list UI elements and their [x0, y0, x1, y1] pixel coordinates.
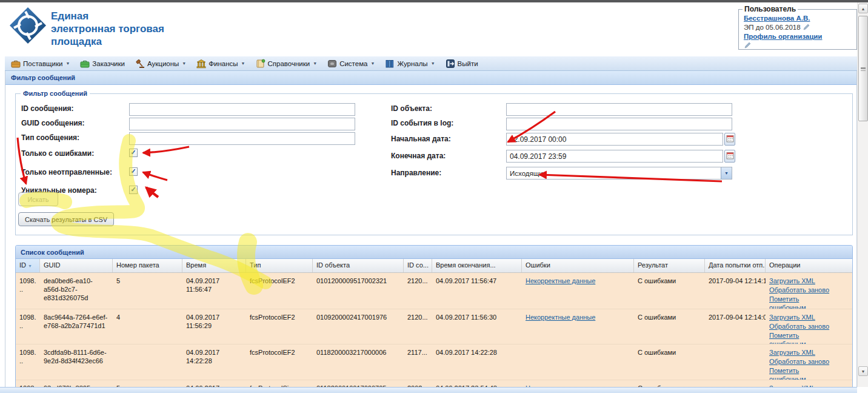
- column-header-end-time[interactable]: Время окончания...: [432, 259, 522, 272]
- org-profile-link[interactable]: Профиль организации: [744, 33, 822, 40]
- cell-type: fcsProtocolEF2: [250, 314, 295, 321]
- cell-result: С ошибками: [638, 314, 676, 321]
- menu-item-directories[interactable]: Справочники ▼: [256, 59, 318, 69]
- cell-end-time: 04.09.2017 14:22:28: [436, 349, 497, 356]
- mark-erroneous-link[interactable]: Пометить ошибочным: [769, 295, 836, 309]
- reprocess-link[interactable]: Обработать заново: [769, 357, 836, 366]
- cell-packet: 5: [116, 277, 120, 284]
- check-icon: ✓: [130, 186, 136, 193]
- message-type-input[interactable]: [129, 132, 355, 145]
- table-row[interactable]: 1098... dea0bed6-ea10-a56d-b2c7-e831d326…: [16, 273, 852, 309]
- only-unsent-label: Только неотправленные:: [21, 168, 112, 176]
- system-icon: [327, 59, 337, 69]
- menu-item-label: Поставщики: [23, 60, 62, 67]
- mark-erroneous-link[interactable]: Пометить ошибочным: [769, 366, 836, 380]
- cell-time: 04.09.2017 11:56:29: [186, 314, 219, 329]
- logo-diamond-icon: [8, 6, 47, 45]
- column-header-attempt-date[interactable]: Дата попытки отп...: [705, 259, 766, 272]
- app-title-line3: площадка: [51, 35, 164, 48]
- load-xml-link[interactable]: Загрузить XML: [769, 313, 836, 321]
- sort-desc-icon: ▼: [28, 264, 32, 268]
- column-header-object-id[interactable]: ID объекта: [313, 259, 404, 272]
- menu-item-customers[interactable]: Заказчики: [80, 59, 125, 69]
- mark-erroneous-link[interactable]: Пометить ошибочным: [769, 331, 836, 344]
- bottom-scroll-strip[interactable]: [0, 387, 857, 393]
- search-button[interactable]: Искать: [18, 192, 58, 206]
- start-date-input[interactable]: [506, 133, 723, 146]
- menu-item-suppliers[interactable]: Поставщики ▼: [11, 59, 70, 69]
- errors-link[interactable]: Некорректные данные: [526, 314, 595, 321]
- end-date-input[interactable]: [506, 150, 723, 163]
- scroll-up-button[interactable]: ▲: [858, 4, 868, 13]
- app-title-line2: электронная торговая: [51, 22, 164, 35]
- book-icon: [256, 59, 265, 69]
- exit-icon: [446, 59, 455, 69]
- edit-pencil-icon[interactable]: [744, 42, 751, 49]
- message-guid-input[interactable]: [129, 118, 355, 130]
- object-id-input[interactable]: [506, 103, 732, 116]
- cell-packet: 4: [116, 314, 120, 321]
- menu-item-label: Заказчики: [92, 60, 125, 67]
- start-date-calendar-button[interactable]: [724, 133, 735, 146]
- vertical-scrollbar[interactable]: ▲ ▼: [857, 2, 868, 387]
- message-id-input[interactable]: [129, 103, 355, 116]
- unique-numbers-checkbox[interactable]: ✓: [129, 186, 138, 194]
- column-header-packet[interactable]: Номер пакета: [113, 259, 182, 272]
- user-panel: Пользователь Бесстрашнова А.В. ЭП до 05.…: [738, 5, 857, 50]
- errors-link[interactable]: Некорректные данные: [526, 277, 595, 284]
- log-event-id-input[interactable]: [506, 118, 732, 130]
- user-name-link[interactable]: Бесстрашнова А.В.: [744, 15, 810, 22]
- direction-dropdown-button[interactable]: ▼: [721, 167, 732, 179]
- start-date-label: Начальная дата:: [391, 135, 451, 143]
- cell-attempt-date: 2017-09-04 12:14:09: [709, 314, 766, 321]
- content-frame-left: [5, 71, 5, 387]
- csv-download-button[interactable]: Скачать результаты в CSV: [18, 212, 114, 226]
- table-row[interactable]: 1098... 8ac9644a-7264-e6ef-e768-a2b2a774…: [16, 309, 852, 344]
- cell-object-id: 0109200002417001976: [316, 314, 387, 321]
- column-header-errors[interactable]: Ошибки: [522, 259, 634, 272]
- scroll-down-button[interactable]: ▼: [858, 366, 868, 376]
- only-errors-checkbox[interactable]: ✓: [129, 149, 138, 157]
- menu-item-exit[interactable]: Выйти: [446, 59, 478, 69]
- column-header-type[interactable]: Тип: [246, 259, 313, 272]
- menu-item-system[interactable]: Система ▼: [327, 59, 375, 69]
- cell-object-id: 0101200009517002321: [316, 277, 387, 284]
- menu-item-label: Система: [339, 60, 367, 67]
- cell-object-id: 0118200003217000006: [316, 349, 386, 356]
- cert-info: ЭП до 05.06.2018: [744, 24, 801, 31]
- end-date-label: Конечная дата:: [391, 152, 446, 160]
- chevron-down-icon: ▼: [724, 171, 729, 175]
- cell-event-id: 2117...: [407, 349, 427, 356]
- load-xml-link[interactable]: Загрузить XML: [769, 277, 836, 285]
- menu-item-label: Справочники: [268, 60, 310, 67]
- direction-select[interactable]: Исходящие ▼: [506, 167, 732, 180]
- column-header-event-id[interactable]: ID со...: [404, 259, 432, 272]
- check-icon: ✓: [130, 168, 136, 175]
- briefcase-orange-icon: [11, 59, 21, 69]
- table-row[interactable]: 1098... 3cdfda9b-8111-6d6e-9e2d-8d34f423…: [16, 344, 852, 380]
- load-xml-link[interactable]: Загрузить XML: [769, 348, 836, 357]
- column-header-guid[interactable]: GUID: [40, 259, 113, 272]
- message-id-label: ID сообщения:: [21, 104, 74, 113]
- cell-result: С ошибками: [638, 277, 676, 284]
- main-menubar: Поставщики ▼ Заказчики Аукционы ▼ Финанс…: [5, 56, 857, 71]
- column-header-id[interactable]: ID▼: [16, 259, 40, 272]
- direction-label: Направление:: [391, 169, 441, 177]
- only-errors-label: Только с ошибками:: [21, 149, 94, 158]
- column-header-operations[interactable]: Операции: [766, 259, 852, 272]
- menu-item-journals[interactable]: Журналы ▼: [385, 59, 435, 69]
- column-header-result[interactable]: Результат: [634, 259, 705, 272]
- only-unsent-checkbox[interactable]: ✓: [129, 167, 138, 176]
- reprocess-link[interactable]: Обработать заново: [769, 286, 836, 294]
- end-date-calendar-button[interactable]: [724, 150, 735, 163]
- scroll-down-icon: ▼: [861, 369, 866, 374]
- reprocess-link[interactable]: Обработать заново: [769, 322, 836, 331]
- filter-legend: Фильтр сообщений: [21, 90, 90, 97]
- menu-item-finances[interactable]: Финансы ▼: [196, 59, 245, 69]
- grid-title: Список сообщений: [21, 249, 84, 256]
- menu-item-auctions[interactable]: Аукционы ▼: [135, 59, 186, 69]
- column-header-time[interactable]: Время: [182, 259, 246, 272]
- cell-guid: 3cdfda9b-8111-6d6e-9e2d-8d34f423ec66: [44, 349, 107, 364]
- scrollbar-thumb[interactable]: [858, 16, 868, 121]
- edit-pencil-icon[interactable]: [803, 24, 810, 31]
